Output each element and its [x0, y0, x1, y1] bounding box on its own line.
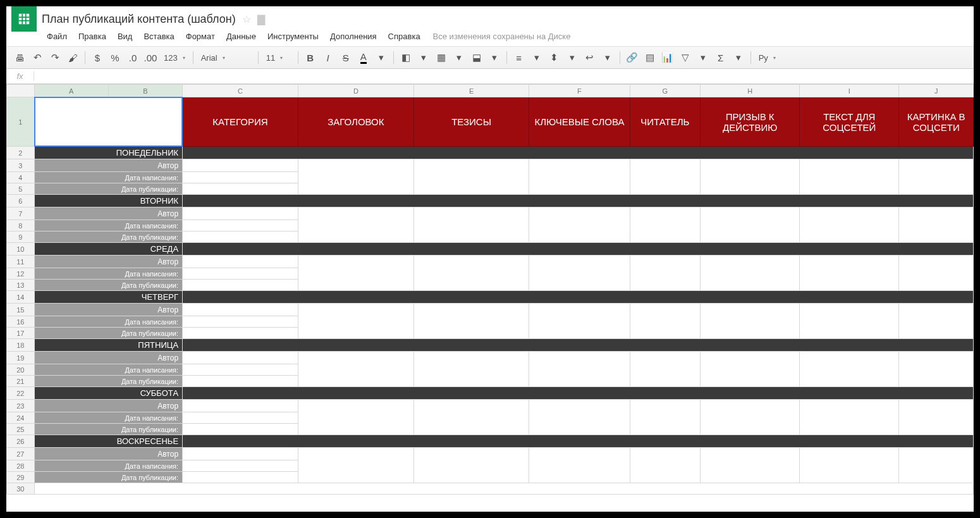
percent-icon[interactable]: %: [107, 49, 123, 66]
header-cta[interactable]: ПРИЗЫВ К ДЕЙСТВИЮ: [701, 97, 800, 147]
font-select[interactable]: Arial▾: [197, 49, 254, 66]
valign-dd-icon[interactable]: ▾: [564, 49, 580, 66]
header-keywords[interactable]: КЛЮЧЕВЫЕ СЛОВА: [529, 97, 630, 147]
cell[interactable]: [183, 448, 298, 460]
row-header[interactable]: 1: [7, 97, 35, 147]
cell[interactable]: [183, 304, 298, 316]
cell[interactable]: [34, 483, 973, 495]
merge-dd-icon[interactable]: ▾: [486, 49, 503, 66]
cell[interactable]: [183, 376, 298, 387]
col-header[interactable]: E: [413, 85, 529, 97]
day-label[interactable]: ВТОРНИК: [34, 195, 182, 207]
header-theses[interactable]: ТЕЗИСЫ: [413, 97, 529, 147]
cell[interactable]: [298, 159, 413, 195]
day-row-rest[interactable]: [183, 243, 974, 256]
row-header[interactable]: 15: [7, 304, 35, 316]
cell[interactable]: [298, 304, 413, 339]
cell[interactable]: [298, 256, 413, 291]
filter-dd-icon[interactable]: ▾: [695, 49, 711, 66]
cell[interactable]: [413, 159, 529, 195]
cell[interactable]: [183, 412, 298, 424]
cell[interactable]: [899, 207, 974, 243]
row-label-author[interactable]: Автор: [34, 256, 182, 268]
cell[interactable]: [800, 207, 899, 243]
row-label-published[interactable]: Дата публикации:: [34, 376, 182, 387]
header-social-image[interactable]: КАРТИНКА В СОЦСЕТИ: [899, 97, 974, 147]
day-row-rest[interactable]: [183, 387, 974, 400]
row-label-author[interactable]: Автор: [34, 352, 182, 364]
spreadsheet-grid[interactable]: A B C D E F G H I J 1 КАТЕГОРИЯ ЗАГОЛОВО…: [6, 84, 974, 495]
menu-edit[interactable]: Правка: [73, 29, 111, 44]
day-row-rest[interactable]: [183, 339, 974, 352]
valign-icon[interactable]: ⬍: [546, 49, 563, 66]
chart-icon[interactable]: 📊: [659, 49, 676, 66]
functions-icon[interactable]: Σ: [713, 49, 729, 66]
cell[interactable]: [183, 424, 298, 435]
halign-dd-icon[interactable]: ▾: [529, 49, 545, 66]
row-header[interactable]: 6: [7, 195, 35, 207]
cell-a1[interactable]: [34, 97, 182, 147]
cell[interactable]: [800, 352, 899, 387]
row-header[interactable]: 10: [7, 243, 35, 256]
print-icon[interactable]: 🖶: [11, 49, 28, 66]
row-label-published[interactable]: Дата публикации:: [34, 183, 182, 195]
row-label-written[interactable]: Дата написания:: [34, 172, 182, 183]
cell[interactable]: [630, 352, 701, 387]
row-header[interactable]: 27: [7, 448, 35, 460]
cell[interactable]: [630, 207, 701, 243]
cell[interactable]: [413, 207, 529, 243]
increase-decimal-icon[interactable]: .00: [142, 49, 159, 66]
row-header[interactable]: 5: [7, 183, 35, 195]
cell[interactable]: [529, 352, 630, 387]
decrease-decimal-icon[interactable]: .0: [125, 49, 141, 66]
row-header[interactable]: 24: [7, 412, 35, 424]
cell[interactable]: [800, 159, 899, 195]
number-format-select[interactable]: 123▾: [160, 49, 189, 66]
header-social-text[interactable]: ТЕКСТ ДЛЯ СОЦСЕТЕЙ: [800, 97, 899, 147]
strike-icon[interactable]: S: [338, 49, 354, 66]
cell[interactable]: [899, 256, 974, 291]
row-label-written[interactable]: Дата написания:: [34, 412, 182, 424]
fontsize-select[interactable]: 11▾: [262, 49, 294, 66]
formula-input[interactable]: [34, 69, 974, 83]
cell[interactable]: [413, 448, 529, 483]
row-label-written[interactable]: Дата написания:: [34, 268, 182, 280]
cell[interactable]: [630, 256, 701, 291]
input-lang-select[interactable]: Ру▾: [755, 49, 780, 66]
cell[interactable]: [298, 352, 413, 387]
cell[interactable]: [183, 472, 298, 483]
header-title[interactable]: ЗАГОЛОВОК: [298, 97, 413, 147]
cell[interactable]: [183, 460, 298, 472]
row-label-published[interactable]: Дата публикации:: [34, 424, 182, 435]
row-header[interactable]: 4: [7, 172, 35, 183]
cell[interactable]: [183, 231, 298, 243]
cell[interactable]: [630, 304, 701, 339]
currency-icon[interactable]: $: [89, 49, 106, 66]
cell[interactable]: [183, 159, 298, 172]
day-row-rest[interactable]: [183, 291, 974, 304]
cell[interactable]: [701, 159, 800, 195]
row-header[interactable]: 2: [7, 147, 35, 159]
cell[interactable]: [298, 207, 413, 243]
paint-format-icon[interactable]: 🖌: [64, 49, 81, 66]
cell[interactable]: [800, 304, 899, 339]
row-label-written[interactable]: Дата написания:: [34, 316, 182, 328]
row-label-published[interactable]: Дата публикации:: [34, 231, 182, 243]
cell[interactable]: [183, 172, 298, 183]
day-label[interactable]: ВОСКРЕСЕНЬЕ: [34, 435, 182, 448]
cell[interactable]: [183, 220, 298, 231]
cell[interactable]: [183, 316, 298, 328]
italic-icon[interactable]: I: [320, 49, 336, 66]
day-label[interactable]: ПОНЕДЕЛЬНИК: [34, 147, 182, 159]
row-header[interactable]: 25: [7, 424, 35, 435]
cell[interactable]: [183, 400, 298, 412]
col-header[interactable]: F: [529, 85, 630, 97]
fill-icon[interactable]: ◧: [398, 49, 414, 66]
cell[interactable]: [298, 448, 413, 483]
cell[interactable]: [630, 448, 701, 483]
col-header[interactable]: B: [108, 85, 182, 97]
cell[interactable]: [701, 352, 800, 387]
select-all-corner[interactable]: [7, 85, 35, 97]
cell[interactable]: [183, 268, 298, 280]
cell[interactable]: [630, 159, 701, 195]
